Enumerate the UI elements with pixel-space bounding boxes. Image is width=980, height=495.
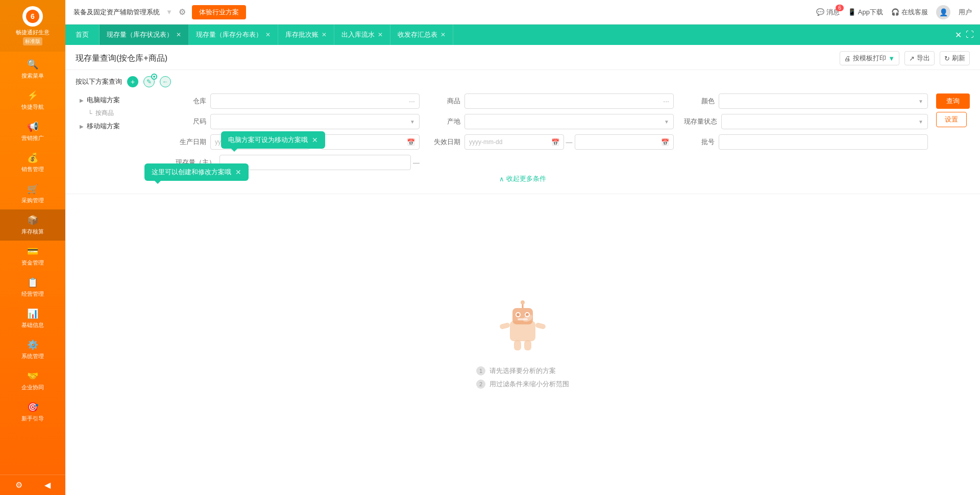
operations-icon: 📋 bbox=[27, 277, 38, 288]
filter-add-btn[interactable]: + bbox=[127, 76, 138, 87]
user-name[interactable]: 用户 bbox=[959, 8, 972, 17]
sidebar-item-finance[interactable]: 💳 资金管理 bbox=[0, 241, 65, 272]
sidebar-logo: 6 畅捷通好生意 标准版 bbox=[0, 0, 65, 52]
logo-badge: 标准版 bbox=[23, 37, 42, 45]
filter-body: ▶ 电脑端方案 └ 按商品 ▶ 移动端方案 bbox=[76, 93, 970, 170]
scheme-tree-desktop-children: └ 按商品 bbox=[76, 107, 167, 120]
tab-home[interactable]: 首页 bbox=[65, 25, 100, 45]
sidebar-item-search[interactable]: 🔍 搜索菜单 bbox=[0, 54, 65, 85]
app-download-btn[interactable]: 📱 App下载 bbox=[848, 8, 883, 17]
sidebar-item-guide[interactable]: 🎯 新手引导 bbox=[0, 396, 65, 428]
svg-rect-13 bbox=[524, 340, 531, 350]
svg-rect-11 bbox=[535, 322, 546, 330]
sidebar-bottom: ⚙ ◀ bbox=[0, 475, 65, 495]
message-btn[interactable]: 💬 消息 6 bbox=[816, 8, 840, 17]
origin-field: 产地 ▼ bbox=[430, 114, 674, 129]
warehouse-select[interactable]: ··· bbox=[210, 93, 420, 109]
tab-bar: 首页 现存量（库存状况表） ✕ 现存量（库存分布表） ✕ 库存批次账 ✕ 出入库… bbox=[65, 25, 980, 45]
tab-expand-btn[interactable]: ⛶ bbox=[966, 30, 974, 39]
refresh-btn[interactable]: ↻ 刷新 bbox=[940, 51, 970, 65]
tab-in-out-flow[interactable]: 出入库流水 ✕ bbox=[334, 25, 390, 45]
goods-more-icon: ··· bbox=[663, 97, 669, 105]
prod-date-end[interactable]: 📅 bbox=[321, 134, 420, 150]
purchase-icon: 🛒 bbox=[27, 183, 38, 195]
expire-date-label: 失效日期 bbox=[430, 137, 460, 147]
scheme-tree-desktop[interactable]: ▶ 电脑端方案 bbox=[76, 93, 167, 107]
tab-close-batch-ledger[interactable]: ✕ bbox=[322, 31, 327, 38]
inventory-icon: 📦 bbox=[27, 215, 38, 226]
edit-tooltip: 这里可以创建和修改方案哦 ✕ bbox=[144, 163, 249, 181]
origin-select[interactable]: ▼ bbox=[464, 114, 674, 129]
top-header: 装备及固定资产辅助管理系统 ▼ ⚙ 体验行业方案 💬 消息 6 📱 App下载 … bbox=[65, 0, 980, 25]
sidebar-collapse-btn[interactable]: ◀ bbox=[44, 480, 51, 490]
filter-back-btn[interactable]: ← bbox=[160, 76, 171, 87]
sidebar-item-inventory[interactable]: 📦 库存核算 bbox=[0, 209, 65, 241]
tab-close-all-btn[interactable]: ✕ bbox=[955, 30, 962, 40]
tab-batch-ledger[interactable]: 库存批次账 ✕ bbox=[278, 25, 334, 45]
system-icon: ⚙️ bbox=[27, 339, 38, 350]
sidebar-nav: 🔍 搜索菜单 ⚡ 快捷导航 📢 营销推广 💰 销售管理 🛒 采购管理 📦 库存核… bbox=[0, 52, 65, 475]
tab-receive-summary[interactable]: 收发存汇总表 ✕ bbox=[390, 25, 453, 45]
svg-point-6 bbox=[517, 313, 520, 316]
sidebar-item-enterprise[interactable]: 🤝 企业协同 bbox=[0, 365, 65, 396]
settings-gear-icon[interactable]: ⚙ bbox=[179, 7, 186, 17]
header-divider: ▼ bbox=[166, 8, 173, 16]
sidebar-item-basic[interactable]: 📊 基础信息 bbox=[0, 303, 65, 334]
tab-close-inventory-dist[interactable]: ✕ bbox=[265, 31, 271, 38]
expire-date-end-cal-icon: 📅 bbox=[661, 138, 669, 146]
logo-icon: 6 bbox=[22, 6, 43, 27]
sidebar-item-operations[interactable]: 📋 经营管理 bbox=[0, 272, 65, 303]
tab-inventory-dist[interactable]: 现存量（库存分布表） ✕ bbox=[189, 25, 278, 45]
sidebar: 6 畅捷通好生意 标准版 🔍 搜索菜单 ⚡ 快捷导航 📢 营销推广 💰 销售管理… bbox=[0, 0, 65, 495]
expire-date-start[interactable]: yyyy-mm-dd 📅 bbox=[464, 134, 564, 150]
edit-tooltip-close[interactable]: ✕ bbox=[235, 168, 241, 176]
quick-nav-icon: ⚡ bbox=[27, 90, 38, 101]
edit-icon: ✎ bbox=[146, 78, 152, 85]
user-avatar[interactable]: 👤 bbox=[936, 5, 950, 19]
color-select[interactable]: ▼ bbox=[719, 93, 928, 109]
scheme-tree: ▶ 电脑端方案 └ 按商品 ▶ 移动端方案 bbox=[76, 93, 167, 170]
scheme-tooltip-close[interactable]: ✕ bbox=[312, 136, 318, 144]
stock-status-select[interactable]: ▼ bbox=[721, 114, 928, 129]
tab-close-inventory-status[interactable]: ✕ bbox=[176, 31, 181, 38]
filter-edit-btn[interactable]: ✎ bbox=[143, 76, 155, 87]
tab-close-receive-summary[interactable]: ✕ bbox=[440, 31, 446, 38]
print-btn[interactable]: 🖨 按模板打印 ▼ bbox=[840, 51, 899, 65]
search-button[interactable]: 查询 bbox=[936, 93, 970, 109]
tab-inventory-status[interactable]: 现存量（库存状况表） ✕ bbox=[100, 25, 189, 45]
sales-icon: 💰 bbox=[27, 152, 38, 163]
origin-dropdown-icon: ▼ bbox=[664, 119, 669, 125]
goods-select[interactable]: ··· bbox=[464, 93, 674, 109]
sidebar-settings-btn[interactable]: ⚙ bbox=[15, 480, 22, 490]
scheme-desktop-child-1[interactable]: └ 按商品 bbox=[84, 107, 167, 120]
tab-bar-actions: ✕ ⛶ bbox=[949, 30, 980, 40]
batch-no-input[interactable] bbox=[719, 134, 928, 150]
sidebar-item-marketing[interactable]: 📢 营销推广 bbox=[0, 116, 65, 147]
main-area: 装备及固定资产辅助管理系统 ▼ ⚙ 体验行业方案 💬 消息 6 📱 App下载 … bbox=[65, 0, 980, 495]
industry-btn[interactable]: 体验行业方案 bbox=[192, 5, 246, 19]
basic-icon: 📊 bbox=[27, 308, 38, 319]
stock-status-label: 现存量状态 bbox=[684, 117, 717, 126]
batch-no-label: 批号 bbox=[684, 137, 715, 147]
collapse-label: 收起更多条件 bbox=[506, 174, 546, 183]
filter-row-2: 尺码 ▼ 产地 ▼ bbox=[176, 114, 928, 129]
expire-date-range: yyyy-mm-dd 📅 — 📅 bbox=[464, 134, 674, 150]
expire-date-end[interactable]: 📅 bbox=[575, 134, 674, 150]
tab-close-in-out-flow[interactable]: ✕ bbox=[378, 31, 383, 38]
sidebar-item-purchase[interactable]: 🛒 采购管理 bbox=[0, 178, 65, 209]
logo-title: 畅捷通好生意 bbox=[16, 29, 50, 36]
guide-icon: 🎯 bbox=[27, 402, 38, 413]
size-select[interactable]: ▼ bbox=[210, 114, 420, 129]
sidebar-item-quick-nav[interactable]: ⚡ 快捷导航 bbox=[0, 85, 65, 116]
enterprise-icon: 🤝 bbox=[27, 370, 38, 382]
page-title: 现存量查询(按仓库+商品) bbox=[76, 53, 167, 64]
expire-date-field: 失效日期 yyyy-mm-dd 📅 — 📅 bbox=[430, 134, 674, 150]
export-btn[interactable]: ↗ 导出 bbox=[904, 51, 935, 65]
warehouse-label: 仓库 bbox=[176, 97, 206, 106]
scheme-tree-mobile[interactable]: ▶ 移动端方案 bbox=[76, 120, 167, 133]
color-field: 颜色 ▼ bbox=[684, 93, 928, 109]
reset-button[interactable]: 设置 bbox=[936, 112, 967, 127]
online-support-btn[interactable]: 🎧 在线客服 bbox=[891, 8, 928, 17]
sidebar-item-system[interactable]: ⚙️ 系统管理 bbox=[0, 334, 65, 365]
sidebar-item-sales[interactable]: 💰 销售管理 bbox=[0, 147, 65, 178]
